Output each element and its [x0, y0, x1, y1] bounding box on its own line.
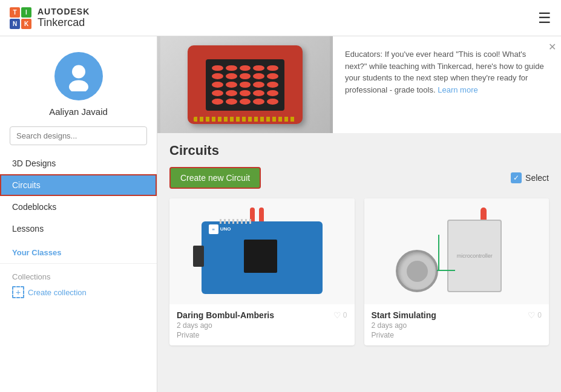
- avatar: [54, 52, 103, 100]
- avatar-section: Aaliyan Javaid: [0, 46, 157, 126]
- logo-area: T I N K AUTODESK Tinkercad: [10, 7, 90, 29]
- your-classes-label: Your Classes: [0, 240, 157, 261]
- select-label: Select: [525, 173, 549, 183]
- svg-point-0: [72, 65, 85, 79]
- search-input[interactable]: [10, 126, 147, 145]
- create-collection-button[interactable]: + Create collection: [12, 286, 145, 298]
- select-checkbox[interactable]: ✓: [511, 172, 522, 183]
- create-circuit-button[interactable]: Create new Circuit: [169, 167, 261, 189]
- card-2-privacy: Private: [372, 331, 436, 339]
- sidebar-item-codeblocks[interactable]: Codeblocks: [0, 196, 157, 218]
- banner-close-button[interactable]: ✕: [548, 41, 556, 53]
- sidebar-item-3d-designs[interactable]: 3D Designs: [0, 152, 157, 174]
- autodesk-label: AUTODESK: [38, 7, 90, 16]
- logo-cell-in: I: [21, 7, 31, 18]
- sidebar-item-lessons[interactable]: Lessons: [0, 218, 157, 240]
- card-1-likes: 0: [343, 311, 347, 319]
- banner: Educators: If you've ever heard "This is…: [157, 36, 561, 133]
- hamburger-menu-button[interactable]: ☰: [538, 11, 551, 25]
- circuit-card-2[interactable]: microcontroller: [364, 198, 550, 345]
- banner-text: Educators: If you've ever heard "This is…: [333, 36, 561, 133]
- card-1-details: Daring Bombul-Amberis 2 days ago Private: [177, 310, 274, 339]
- logo-cell-nk: N: [10, 19, 20, 29]
- card-2-image: microcontroller: [364, 198, 550, 304]
- circuit-card-1[interactable]: ∞ UNO: [169, 198, 355, 345]
- sidebar: Aaliyan Javaid 3D Designs Circuits Codeb…: [0, 36, 157, 392]
- card-1-title: Daring Bombul-Amberis: [177, 310, 274, 320]
- username-label: Aaliyan Javaid: [49, 106, 108, 117]
- card-1-info: Daring Bombul-Amberis 2 days ago Private…: [169, 304, 355, 345]
- banner-image: [157, 36, 333, 133]
- banner-learn-more-link[interactable]: Learn more: [438, 85, 477, 94]
- collections-label: Collections: [12, 272, 145, 281]
- card-2-info: Start Simulating 2 days ago Private ♡ 0: [364, 304, 550, 345]
- circuits-header: Circuits: [169, 143, 549, 158]
- card-2-title: Start Simulating: [372, 310, 436, 320]
- collections-section: Collections + Create collection: [0, 266, 157, 304]
- card-2-likes: 0: [537, 311, 542, 319]
- card-2-time: 2 days ago: [372, 321, 436, 330]
- create-collection-icon: +: [12, 286, 24, 298]
- card-1-like[interactable]: ♡ 0: [333, 310, 347, 320]
- svg-point-1: [69, 80, 88, 92]
- logo-cell-er: K: [21, 19, 31, 29]
- card-1-image: ∞ UNO: [169, 198, 355, 304]
- header: T I N K AUTODESK Tinkercad ☰: [0, 0, 561, 36]
- create-collection-label: Create collection: [28, 288, 87, 297]
- card-2-details: Start Simulating 2 days ago Private: [372, 310, 436, 339]
- select-area[interactable]: ✓ Select: [511, 172, 549, 183]
- card-1-privacy: Private: [177, 331, 274, 339]
- card-1-time: 2 days ago: [177, 321, 274, 330]
- logo-grid: T I N K: [10, 7, 31, 29]
- cards-grid: ∞ UNO: [169, 198, 549, 345]
- sidebar-nav: 3D Designs Circuits Codeblocks Lessons: [0, 152, 157, 240]
- content-area: Educators: If you've ever heard "This is…: [157, 36, 561, 392]
- tinkercad-label: Tinkercad: [38, 16, 90, 29]
- circuits-section: Circuits Create new Circuit ✓ Select: [157, 143, 561, 345]
- card-2-like[interactable]: ♡ 0: [528, 310, 542, 320]
- logo-cell-tin: T: [10, 7, 20, 18]
- main-layout: Aaliyan Javaid 3D Designs Circuits Codeb…: [0, 36, 561, 392]
- sidebar-item-circuits[interactable]: Circuits: [0, 174, 157, 196]
- avatar-icon: [64, 61, 94, 91]
- heart-icon: ♡: [333, 310, 341, 320]
- sidebar-divider: [0, 263, 157, 264]
- checkmark-icon: ✓: [513, 174, 519, 182]
- logo-text: AUTODESK Tinkercad: [38, 7, 90, 29]
- heart-icon-2: ♡: [528, 310, 536, 320]
- circuits-title: Circuits: [169, 143, 219, 158]
